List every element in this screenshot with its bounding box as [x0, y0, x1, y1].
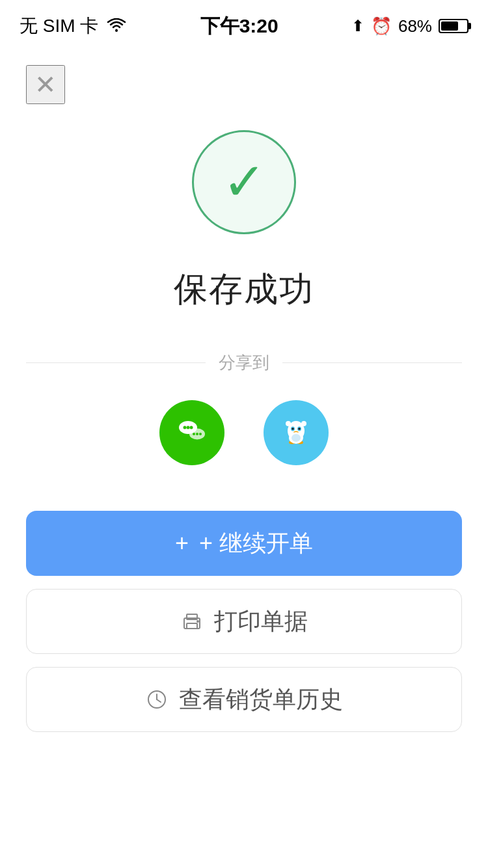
svg-line-27 — [157, 699, 161, 702]
svg-point-20 — [301, 421, 306, 426]
svg-point-24 — [197, 620, 199, 623]
svg-point-13 — [298, 427, 301, 430]
history-button[interactable]: 查看销货单历史 — [26, 667, 462, 732]
svg-rect-23 — [187, 623, 197, 629]
share-label: 分享到 — [219, 351, 269, 374]
status-bar: 无 SIM 卡 下午3:20 ⬆ ⏰ 68% — [0, 0, 488, 52]
wechat-icon — [174, 414, 210, 451]
svg-point-11 — [291, 427, 294, 430]
status-right: ⬆ ⏰ 68% — [351, 16, 468, 36]
divider-line-right — [282, 362, 462, 363]
clock-icon — [145, 688, 169, 711]
status-left: 无 SIM 卡 — [20, 14, 127, 38]
svg-point-18 — [291, 434, 301, 442]
alarm-icon: ⏰ — [371, 16, 392, 36]
print-button-label: 打印单据 — [214, 606, 308, 638]
wechat-share-button[interactable] — [159, 400, 224, 465]
success-icon-circle: ✓ — [192, 130, 296, 234]
svg-point-19 — [286, 421, 291, 426]
page-content: ✕ ✓ 保存成功 分享到 — [0, 52, 488, 868]
location-icon: ⬆ — [351, 17, 364, 35]
svg-point-2 — [183, 426, 187, 429]
svg-point-4 — [190, 426, 193, 429]
close-icon: ✕ — [34, 72, 57, 98]
svg-point-7 — [196, 433, 198, 435]
battery-icon — [439, 19, 468, 33]
action-buttons: + + 继续开单 打印单据 查看销货单历史 — [26, 511, 462, 732]
svg-point-6 — [193, 433, 195, 435]
close-button[interactable]: ✕ — [26, 65, 65, 104]
plus-icon: + — [175, 530, 189, 557]
success-title: 保存成功 — [174, 267, 314, 312]
status-time: 下午3:20 — [200, 13, 278, 40]
checkmark-icon: ✓ — [223, 156, 266, 208]
print-button[interactable]: 打印单据 — [26, 589, 462, 654]
no-sim-label: 无 SIM 卡 — [20, 14, 98, 38]
qq-share-button[interactable] — [264, 400, 329, 465]
share-divider: 分享到 — [26, 351, 462, 374]
share-icons-row — [159, 400, 329, 465]
svg-point-3 — [187, 426, 190, 429]
share-section: 分享到 — [26, 351, 462, 465]
wifi-icon — [106, 18, 127, 34]
divider-line-left — [26, 362, 206, 363]
svg-point-0 — [115, 29, 118, 32]
battery-percent: 68% — [398, 16, 432, 36]
history-button-label: 查看销货单历史 — [179, 684, 343, 716]
qq-icon — [278, 414, 314, 451]
continue-button[interactable]: + + 继续开单 — [26, 511, 462, 576]
continue-button-label: + 继续开单 — [199, 528, 313, 560]
printer-icon — [180, 610, 204, 633]
svg-point-8 — [199, 433, 202, 435]
